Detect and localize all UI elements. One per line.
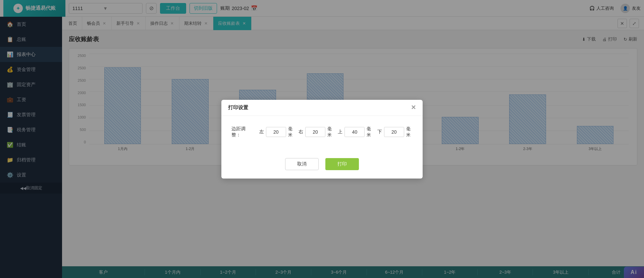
right-unit: 毫米 [327,126,334,138]
cancel-button[interactable]: 取消 [285,158,319,170]
left-margin-input[interactable] [266,127,286,137]
bottom-unit: 毫米 [406,126,413,138]
left-margin-group: 左 毫米 [259,126,294,138]
margin-adjust-label: 边距调整： [231,126,254,138]
modal-close-button[interactable]: ✕ [411,105,416,111]
modal-header: 打印设置 ✕ [221,100,423,116]
right-margin-input[interactable] [305,127,325,137]
bottom-label: 下 [377,129,382,135]
top-label: 上 [338,129,342,135]
bottom-margin-group: 下 毫米 [377,126,413,138]
left-unit: 毫米 [288,126,294,138]
margin-row: 边距调整： 左 毫米 右 毫米 上 毫米 下 [231,126,413,138]
modal-footer: 取消 打印 [221,155,423,179]
confirm-print-button[interactable]: 打印 [325,158,359,170]
print-settings-modal: 打印设置 ✕ 边距调整： 左 毫米 右 毫米 上 毫米 [221,100,423,179]
top-unit: 毫米 [367,126,373,138]
bottom-margin-input[interactable] [384,127,404,137]
right-label: 右 [299,129,303,135]
top-margin-group: 上 毫米 [338,126,373,138]
modal-title: 打印设置 [228,105,248,111]
modal-body: 边距调整： 左 毫米 右 毫米 上 毫米 下 [221,116,423,155]
left-label: 左 [259,129,264,135]
top-margin-input[interactable] [344,127,365,137]
right-margin-group: 右 毫米 [299,126,334,138]
modal-overlay[interactable]: 打印设置 ✕ 边距调整： 左 毫米 右 毫米 上 毫米 [0,0,644,278]
